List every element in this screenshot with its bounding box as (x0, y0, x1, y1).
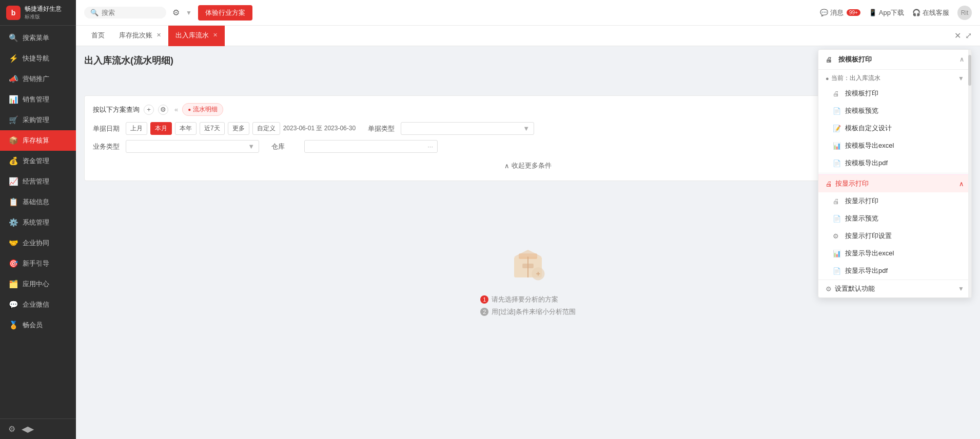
scheme-tag-label: 流水明细 (193, 105, 218, 114)
tab-home[interactable]: 首页 (84, 26, 112, 46)
window-close-icon[interactable]: ✕ (954, 31, 961, 41)
sidebar-item-weixin[interactable]: 💬 企业微信 (0, 294, 76, 315)
settings-icon[interactable]: ⚙ (8, 424, 15, 434)
scrollbar-thumb[interactable] (968, 55, 971, 86)
display-print-icon: 🖨 (833, 197, 841, 205)
display-pdf-icon: 📄 (833, 267, 841, 275)
template-pdf-label: 按模板导出pdf (845, 158, 888, 168)
warehouse-label: 仓库 (271, 142, 300, 151)
dropdown-divider (818, 173, 971, 173)
dropdown-item-template-custom[interactable]: 📝 模板自定义设计 (818, 119, 971, 137)
tab-home-label: 首页 (91, 31, 105, 40)
topbar-avatar[interactable]: Rit (957, 6, 972, 20)
sidebar-item-label: 库存核算 (23, 136, 49, 145)
app-download-label: App下载 (879, 8, 904, 17)
system-icon: ⚙️ (8, 217, 18, 228)
collapse-label: 收起更多条件 (512, 161, 552, 170)
sidebar-item-guide[interactable]: 🎯 新手引导 (0, 253, 76, 274)
topbar-gear-icon[interactable]: ⚙ (172, 8, 180, 17)
app-center-icon: 🗂️ (8, 279, 18, 289)
date-range-text: 2023-06-01 至 2023-06-30 (283, 124, 356, 133)
sidebar-item-label: 销售管理 (23, 95, 49, 104)
date-btn-7days[interactable]: 近7天 (200, 122, 225, 135)
sidebar-item-sales[interactable]: 📊 销售管理 (0, 89, 76, 110)
sidebar-item-quick-nav[interactable]: ⚡ 快捷导航 (0, 48, 76, 69)
svg-marker-2 (514, 250, 542, 257)
tab-window-btns: ✕ ⤢ (954, 31, 972, 41)
dropdown-item-display-print[interactable]: 🖨 按显示打印 (818, 192, 971, 210)
topbar-search[interactable]: 🔍 (84, 7, 166, 18)
collapse-sidebar-icon[interactable]: ◀▶ (22, 424, 34, 434)
purchase-icon: 🛒 (8, 115, 18, 125)
display-excel-icon: 📊 (833, 250, 841, 257)
sidebar-item-app-center[interactable]: 🗂️ 应用中心 (0, 274, 76, 294)
scheme-tag[interactable]: ● 流水明细 (182, 103, 223, 116)
topbar-actions: 💬 消息 99+ 📱 App下载 🎧 在线客服 Rit (820, 6, 972, 20)
sidebar-item-finance[interactable]: 💰 资金管理 (0, 151, 76, 171)
dropdown-display-section-title[interactable]: 🖨 按显示打印 ∧ (818, 174, 971, 192)
sidebar-logo: b 畅捷通好生意 标准版 (0, 0, 76, 26)
warehouse-field: 仓库 ··· (271, 140, 438, 153)
collapse-left-icon[interactable]: « (174, 106, 178, 113)
dropdown-item-display-pdf[interactable]: 📄 按显示导出pdf (818, 262, 971, 280)
topbar-online-service[interactable]: 🎧 在线客服 (912, 8, 949, 17)
dropdown-item-template-excel[interactable]: 📊 按模板导出excel (818, 137, 971, 154)
tab-flow-close[interactable]: ✕ (213, 32, 218, 38)
dropdown-item-template-preview[interactable]: 📄 按模板预览 (818, 102, 971, 119)
current-label: 当前：出入库流水 (831, 74, 880, 83)
sidebar-item-member[interactable]: 🏅 畅会员 (0, 315, 76, 335)
app-logo-icon: b (6, 6, 21, 20)
dropdown-item-display-excel[interactable]: 📊 按显示导出excel (818, 245, 971, 262)
display-print-section-icon: 🖨 (826, 180, 832, 188)
step-num-2: 2 (480, 308, 488, 316)
empty-step-1-text: 请先选择要分析的方案 (492, 295, 558, 304)
sidebar-nav: 🔍 搜索菜单 ⚡ 快捷导航 📣 营销推广 📊 销售管理 🛒 采购管理 📦 库存核… (0, 26, 76, 418)
sidebar-item-operations[interactable]: 📈 经营管理 (0, 171, 76, 192)
sidebar-item-search-menu[interactable]: 🔍 搜索菜单 (0, 28, 76, 48)
dropdown-footer[interactable]: ⚙ 设置默认功能 ▼ (818, 280, 971, 297)
sidebar-item-purchase[interactable]: 🛒 采购管理 (0, 110, 76, 130)
sidebar-item-system[interactable]: ⚙️ 系统管理 (0, 212, 76, 233)
inventory-icon: 📦 (8, 135, 18, 146)
sidebar-item-label: 快捷导航 (23, 54, 49, 63)
dropdown-item-template-pdf[interactable]: 📄 按模板导出pdf (818, 154, 971, 172)
bill-type-select[interactable]: ▼ (401, 122, 534, 135)
tabbar: 首页 库存批次账 ✕ 出入库流水 ✕ ✕ ⤢ (76, 26, 980, 46)
sidebar-item-marketing[interactable]: 📣 营销推广 (0, 69, 76, 89)
sidebar-item-basic[interactable]: 📋 基础信息 (0, 192, 76, 212)
warehouse-dots-icon: ··· (427, 143, 433, 150)
condition-settings-btn[interactable]: ⚙ (158, 105, 168, 115)
sidebar-item-cooperation[interactable]: 🤝 企业协同 (0, 233, 76, 253)
search-input[interactable] (102, 9, 153, 16)
bill-type-field: 单据类型 ▼ (368, 122, 534, 135)
tab-batch-close[interactable]: ✕ (156, 32, 161, 38)
industry-btn[interactable]: 体验行业方案 (198, 5, 252, 21)
topbar-message[interactable]: 💬 消息 99+ (820, 8, 860, 17)
date-btn-this-year[interactable]: 本年 (175, 122, 197, 135)
date-btn-more[interactable]: 更多 (228, 122, 249, 135)
date-btn-last-month[interactable]: 上月 (126, 122, 147, 135)
bill-type-label: 单据类型 (368, 124, 397, 133)
dropdown-item-display-settings[interactable]: ⚙ 按显示打印设置 (818, 227, 971, 245)
tab-batch[interactable]: 库存批次账 ✕ (112, 26, 168, 46)
dropdown-item-display-preview[interactable]: 📄 按显示预览 (818, 210, 971, 227)
business-type-label: 业务类型 (93, 142, 122, 151)
dropdown-footer-label: 设置默认功能 (835, 284, 875, 293)
sidebar-item-label: 资金管理 (23, 156, 49, 166)
window-maximize-icon[interactable]: ⤢ (965, 31, 972, 41)
topbar-app-download[interactable]: 📱 App下载 (869, 8, 904, 17)
sidebar-item-label: 企业协同 (23, 238, 49, 248)
business-type-field: 业务类型 ▼ (93, 140, 259, 153)
date-btn-custom[interactable]: 自定义 (252, 122, 280, 135)
business-type-select[interactable]: ▼ (126, 140, 259, 153)
add-condition-btn[interactable]: + (144, 105, 154, 115)
tab-flow[interactable]: 出入库流水 ✕ (168, 26, 225, 46)
date-btn-this-month[interactable]: 本月 (150, 122, 172, 135)
search-header-label: 按以下方案查询 (93, 105, 140, 114)
template-preview-icon: 📄 (833, 107, 841, 115)
sidebar-item-inventory[interactable]: 📦 库存核算 (0, 130, 76, 151)
dropdown-item-template-print[interactable]: 🖨 按模板打印 (818, 85, 971, 102)
warehouse-select[interactable]: ··· (304, 140, 438, 153)
dropdown-panel: 🖨 按模板打印 ∧ ● 当前：出入库流水 ▼ 🖨 按模板打印 📄 按模板预览 (818, 49, 972, 298)
date-filter: 上月 本月 本年 近7天 更多 自定义 2023-06-01 至 2023-06… (126, 122, 356, 135)
